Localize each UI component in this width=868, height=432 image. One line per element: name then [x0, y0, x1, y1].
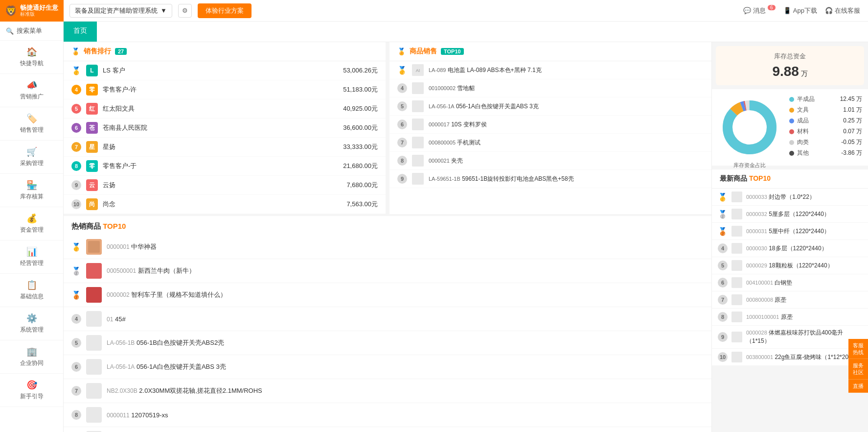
new-gold-icon: 🥇: [718, 192, 728, 202]
inventory-card: 库存总资金 9.88 万: [716, 46, 864, 85]
online-service-item[interactable]: 🎧 在线客服: [825, 6, 860, 15]
product-row-2: 4 001000002 雪地貂: [389, 79, 711, 97]
new-rank-7: 7: [718, 295, 728, 305]
svg-rect-3: [412, 100, 424, 112]
avatar-5: 星: [86, 141, 98, 153]
app-download-item[interactable]: 📱 App下载: [783, 6, 817, 15]
hot-rank-5: 5: [71, 338, 81, 348]
legend-item-3: 材料 0.07 万: [789, 127, 862, 136]
p-img-2: [412, 82, 424, 94]
inventory-icon: 🏪: [26, 180, 37, 191]
p-img-6: [412, 155, 424, 167]
online-service-label: 在线客服: [835, 6, 860, 15]
sidebar-item-purchase[interactable]: 🛒 采购管理: [0, 141, 63, 174]
product-row-5: 7 000800005 手机测试: [389, 134, 711, 152]
hot-row-5: 5 LA-056-1B 056-1B白色按键开关壳ABS2壳: [64, 331, 711, 355]
rank-row-6: 8 零 零售客户-于 21,680.00元: [64, 157, 386, 176]
sidebar-item-quick-nav[interactable]: 🏠 快捷导航: [0, 41, 63, 74]
sidebar-search[interactable]: 🔍 搜索菜单: [0, 22, 63, 41]
rank-value-3: 40,925.00元: [343, 104, 378, 113]
new-img-2: [731, 209, 742, 219]
legend-val-4: -0.05 万: [841, 138, 862, 146]
sales-rank-title: 销售排行: [84, 47, 111, 56]
content-area: 首页 🏅 销售排行 27: [64, 22, 868, 432]
avatar-2: 零: [86, 84, 98, 96]
hot-img-1: [86, 239, 102, 255]
service-icon: 🎧: [825, 7, 833, 14]
sidebar-item-guide[interactable]: 🎯 新手引导: [0, 374, 63, 407]
operations-icon: 📊: [26, 246, 37, 257]
p-info-6: 0000021 夹壳: [429, 157, 704, 165]
hot-row-3: 🥉 0000002 智利车子里（规格不知道填什么）: [64, 283, 711, 307]
guide-icon: 🎯: [26, 380, 37, 390]
middle-section: 🏅 销售排行 27 🥇 L LS 客户 53,006.26元: [64, 42, 711, 432]
rank-name-2: 零售客户-许: [103, 85, 338, 94]
svg-rect-16: [86, 407, 102, 423]
system-selector[interactable]: 装备及固定资产辅助管理系统 ▼: [69, 4, 172, 18]
svg-rect-10: [86, 263, 102, 279]
legend-dot-3: [789, 129, 794, 134]
p-info-4: 0000017 10S 变料罗侯: [429, 120, 704, 129]
new-info-2: 0000032 5厘多层（1220*2440）: [746, 210, 862, 218]
svg-rect-15: [86, 383, 102, 399]
p-info-1: LA-089 电池盖 LA-089 ABS本色+黑种 7.1克: [429, 66, 704, 74]
sidebar-item-marketing[interactable]: 📣 营销推广: [0, 74, 63, 107]
sidebar-item-operations[interactable]: 📊 经营管理: [0, 240, 63, 274]
svg-rect-24: [731, 209, 742, 219]
legend-item-4: 肉类 -0.05 万: [789, 138, 862, 146]
sidebar-item-enterprise[interactable]: 🏢 企业协同: [0, 340, 63, 374]
new-rank-8: 8: [718, 312, 728, 322]
new-info-10: 003800001 22g鱼豆腐-烧烤味（1*12*20）: [746, 353, 862, 361]
tab-home[interactable]: 首页: [64, 22, 97, 42]
product-row-7: 9 LA-59651-1B 59651-1B旋转投影灯电池盒ABS黑色+58壳: [389, 170, 711, 188]
medal-icon: 🏅: [71, 48, 80, 55]
sidebar-label-finance: 资金管理: [20, 226, 44, 234]
message-item[interactable]: 💬 消息 6: [743, 6, 776, 15]
p-img-7: [412, 173, 424, 185]
legend-dot-2: [789, 119, 794, 123]
sidebar-item-base-info[interactable]: 📋 基础信息: [0, 274, 63, 307]
hot-row-9: 9 KK-SD22110H 花语萌偱温分糖罐袋（厚款）: [64, 427, 711, 432]
sidebar-item-sales[interactable]: 🏷️ 销售管理: [0, 107, 63, 141]
rank-row-4: 6 苍 苍南县人民医院 36,600.00元: [64, 119, 386, 138]
hot-rank-6: 6: [71, 362, 81, 372]
settings-button[interactable]: ⚙: [178, 4, 192, 18]
new-products-title: 最新商品 TOP10: [720, 174, 771, 183]
legend-item-0: 半成品 12.45 万: [789, 95, 862, 103]
sidebar-item-finance[interactable]: 💰 资金管理: [0, 207, 63, 240]
trial-button[interactable]: 体验行业方案: [198, 3, 251, 18]
svg-rect-9: [88, 241, 100, 253]
rank-row-3: 5 红 红太阳文具 40,925.00元: [64, 99, 386, 119]
legend-dot-0: [789, 97, 794, 102]
sales-rank-table: 🥇 L LS 客户 53,006.26元 4 零 零售客户-许 51,183.0…: [64, 61, 386, 214]
sidebar-item-system[interactable]: ⚙️ 系统管理: [0, 307, 63, 340]
sidebar-label-base-info: 基础信息: [20, 292, 44, 301]
float-btn-service[interactable]: 客服热线: [848, 339, 868, 360]
new-row-2: 🥈 0000032 5厘多层（1220*2440）: [712, 206, 868, 223]
product-rank-panel: 🏅 商品销售 TOP10 🥇 AI LA-089: [389, 42, 711, 214]
svg-rect-7: [412, 173, 424, 185]
svg-rect-26: [731, 243, 742, 254]
svg-rect-30: [731, 312, 742, 322]
svg-rect-13: [86, 335, 102, 351]
hot-img-4: [86, 311, 102, 327]
system-name: 装备及固定资产辅助管理系统: [75, 6, 158, 15]
logo: 🦁 畅捷通好生意 标准版: [0, 0, 64, 22]
product-rank-title: 商品销售: [410, 47, 437, 56]
new-info-9: 0000028 体燃嘉枝味苏打饮品400毫升（1*15）: [746, 329, 862, 345]
new-silver-icon: 🥈: [718, 210, 728, 219]
sidebar-item-inventory[interactable]: 🏪 库存核算: [0, 174, 63, 207]
new-info-3: 0000031 5厘中纤（1220*2440）: [746, 227, 862, 236]
rank-name-6: 零售客户-于: [103, 162, 338, 170]
svg-rect-29: [731, 294, 742, 305]
float-btn-live[interactable]: 直播: [848, 380, 868, 393]
avatar-8: 尚: [86, 198, 98, 210]
product-row-3: 5 LA-056-1A 056-1A白色按键开关盖ABS 3克: [389, 97, 711, 116]
new-img-7: [731, 294, 742, 305]
rank-value-5: 33,333.00元: [343, 143, 378, 151]
float-btn-community[interactable]: 服务社区: [848, 359, 868, 380]
inventory-amount: 9.88 万: [722, 64, 858, 79]
system-icon: ⚙️: [26, 313, 37, 324]
rank-value-8: 7,563.00元: [346, 200, 378, 209]
p-gold-icon: 🥇: [397, 66, 407, 75]
